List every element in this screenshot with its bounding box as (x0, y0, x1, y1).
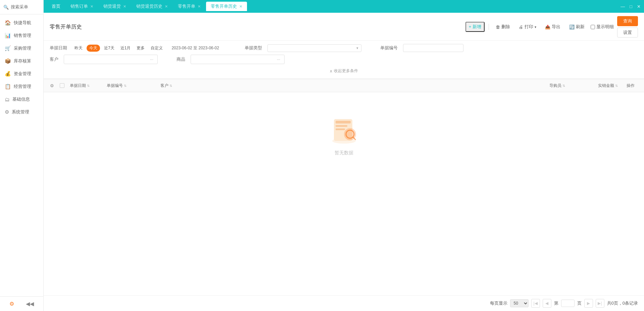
th-date[interactable]: 单据日期 ⇅ (67, 83, 104, 89)
sidebar-item-label: 库存核算 (14, 58, 31, 64)
collapse-btn[interactable]: ∧ 收起更多条件 (330, 68, 358, 74)
page-first-btn[interactable]: |◀ (531, 299, 540, 308)
refresh-icon: 🔄 (569, 24, 575, 30)
tab-retail-open[interactable]: 零售开单 ✕ (173, 2, 205, 11)
window-maximize[interactable]: □ (630, 4, 632, 9)
th-checkbox[interactable] (57, 83, 67, 88)
chart-icon: 📊 (5, 33, 11, 39)
th-op-label: 操作 (627, 83, 635, 89)
th-date-sort: ⇅ (87, 84, 90, 88)
sidebar-item-finance[interactable]: 💰 资金管理 (0, 67, 43, 80)
empty-state: 暂无数据 (44, 92, 644, 176)
type-select-chevron: ▾ (356, 46, 358, 50)
page-input[interactable]: 1 (561, 300, 575, 307)
sidebar-bottom: ⚙ ◀◀ (0, 296, 43, 311)
filter-row-2: 客户 ··· 商品 ··· (50, 55, 638, 64)
tab-retail-open-history[interactable]: 零售开单历史 ✕ (206, 2, 247, 11)
th-guide-sort: ⇅ (562, 84, 565, 88)
th-customer[interactable]: 客户 ⇅ (158, 83, 547, 89)
th-num[interactable]: 单据编号 ⇅ (104, 83, 158, 89)
sidebar-item-label: 基础信息 (12, 96, 30, 102)
settings-button[interactable]: 设置 (617, 28, 638, 38)
chevron-up-icon: ∧ (330, 69, 333, 73)
print-button[interactable]: 🖨 打印 ▾ (516, 22, 539, 31)
date-opt-last-month[interactable]: 近1月 (118, 45, 133, 52)
date-opt-yesterday[interactable]: 昨天 (72, 45, 85, 52)
display-detail-label: 显示明细 (596, 24, 614, 30)
settings-bottom-icon[interactable]: ⚙ (9, 301, 14, 307)
sidebar-item-label: 快捷导航 (14, 20, 31, 26)
empty-text: 暂无数据 (335, 150, 353, 156)
th-customer-sort: ⇅ (169, 84, 172, 88)
type-select[interactable]: ▾ (267, 44, 361, 52)
sidebar-item-sales-mgmt[interactable]: 📊 销售管理 (0, 29, 43, 42)
home-icon: 🏠 (5, 20, 11, 26)
goods-select[interactable]: ··· (191, 55, 285, 64)
empty-illustration (327, 112, 361, 146)
date-opt-last7[interactable]: 近7天 (102, 45, 116, 52)
sidebar-item-inventory[interactable]: 📦 库存核算 (0, 55, 43, 67)
page-next-btn[interactable]: ▶ (584, 299, 593, 308)
window-minimize[interactable]: — (621, 4, 625, 9)
delete-button[interactable]: 🗑 删除 (493, 22, 513, 31)
tab-retail-open-history-close[interactable]: ✕ (239, 4, 242, 9)
sidebar-item-purchase-mgmt[interactable]: 🛒 采购管理 (0, 42, 43, 55)
svg-rect-2 (336, 121, 351, 123)
tab-sales-return-close[interactable]: ✕ (123, 4, 126, 9)
sidebar-item-business[interactable]: 📋 经营管理 (0, 80, 43, 93)
tab-sales-order-label: 销售订单 (70, 3, 88, 9)
th-gear[interactable]: ⚙ (47, 83, 57, 88)
date-opt-custom[interactable]: 自定义 (149, 45, 165, 52)
query-settings-group: 查询 设置 (617, 16, 638, 38)
page-prev-btn[interactable]: ◀ (543, 299, 551, 308)
sidebar-item-label: 资金管理 (14, 71, 31, 77)
date-opt-today[interactable]: 今天 (87, 45, 100, 52)
customer-ellipsis[interactable]: ··· (149, 56, 155, 62)
print-icon: 🖨 (519, 24, 523, 30)
tab-sales-return-history-close[interactable]: ✕ (165, 4, 168, 9)
tab-sales-order-close[interactable]: ✕ (90, 4, 93, 9)
sidebar-item-label: 采购管理 (14, 45, 31, 51)
refresh-label: 刷新 (576, 24, 585, 30)
display-detail-checkbox[interactable] (591, 25, 595, 29)
display-detail-toggle[interactable]: 显示明细 (591, 24, 614, 30)
sidebar-item-sys-mgmt[interactable]: ⚙ 系统管理 (0, 106, 43, 118)
page-label-2: 页 (577, 300, 582, 306)
refresh-button[interactable]: 🔄 刷新 (566, 22, 587, 31)
per-page-select[interactable]: 50 20 100 (510, 299, 529, 307)
tab-sales-return-history[interactable]: 销货退货历史 ✕ (132, 2, 172, 11)
export-button[interactable]: 📤 导出 (542, 22, 563, 31)
num-input[interactable] (403, 44, 463, 52)
goods-ellipsis[interactable]: ··· (276, 56, 282, 62)
table-wrap: ⚙ 单据日期 ⇅ 单据编号 ⇅ 客户 ⇅ 导购员 ⇅ (44, 79, 644, 295)
sidebar-search-area[interactable]: 🔍 搜索采单 (0, 0, 43, 14)
collapse-sidebar-btn[interactable]: ◀◀ (26, 301, 34, 307)
query-button[interactable]: 查询 (617, 16, 638, 26)
export-icon: 📤 (545, 24, 550, 30)
tab-retail-open-history-label: 零售开单历史 (211, 3, 237, 9)
window-close[interactable]: ✕ (637, 4, 641, 9)
page-last-btn[interactable]: ▶| (596, 299, 604, 308)
th-amount-sort: ⇅ (615, 84, 618, 88)
sidebar-item-base-info[interactable]: 🗂 基础信息 (0, 93, 43, 106)
th-amount[interactable]: 实销金额 ⇅ (587, 83, 621, 89)
th-checkbox-box[interactable] (60, 83, 64, 88)
svg-rect-4 (336, 128, 345, 130)
collapse-label: 收起更多条件 (334, 68, 358, 74)
sidebar-item-label: 销售管理 (14, 33, 31, 39)
delete-icon: 🗑 (496, 24, 500, 30)
tab-retail-open-close[interactable]: ✕ (198, 4, 201, 9)
tab-sales-return[interactable]: 销货退货 ✕ (99, 2, 131, 11)
date-label: 单据日期 (50, 45, 67, 51)
th-guide[interactable]: 导购员 ⇅ (547, 83, 587, 89)
date-opt-more[interactable]: 更多 (135, 45, 147, 52)
tab-sales-order[interactable]: 销售订单 ✕ (66, 2, 98, 11)
tab-sales-return-history-label: 销货退货历史 (136, 3, 162, 9)
sidebar-item-quick-nav[interactable]: 🏠 快捷导航 (0, 16, 43, 29)
search-btn[interactable]: 🔍 搜索采单 (3, 4, 40, 10)
tab-home[interactable]: 首页 (47, 2, 65, 11)
customer-select[interactable]: ··· (64, 55, 158, 64)
num-label: 单据编号 (380, 45, 398, 51)
toolbar-actions: + 新增 🗑 删除 🖨 打印 ▾ 📤 导出 🔄 刷新 (465, 16, 638, 38)
add-button[interactable]: + 新增 (465, 22, 485, 32)
